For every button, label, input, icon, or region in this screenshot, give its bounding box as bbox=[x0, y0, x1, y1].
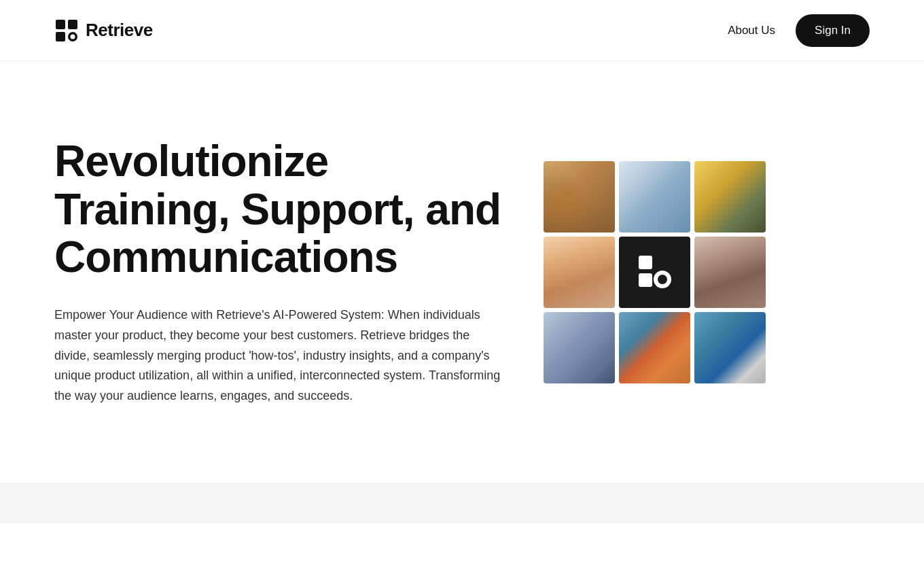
grid-cell-engineer bbox=[694, 312, 766, 383]
grid-cell-woman-smile bbox=[544, 237, 615, 308]
svg-point-4 bbox=[71, 34, 75, 39]
logo-icon bbox=[54, 18, 79, 43]
hero-section: Revolutionize Training, Support, and Com… bbox=[0, 61, 924, 483]
grid-cell-tablet bbox=[619, 161, 690, 233]
svg-point-8 bbox=[658, 275, 667, 284]
svg-rect-5 bbox=[639, 256, 652, 269]
grid-cell-laptop-yellow bbox=[694, 161, 766, 233]
svg-rect-2 bbox=[68, 20, 77, 29]
grid-cell-lab bbox=[544, 312, 615, 383]
hero-description: Empower Your Audience with Retrieve's AI… bbox=[54, 305, 503, 406]
hero-image-grid bbox=[544, 161, 766, 383]
about-us-link[interactable]: About Us bbox=[728, 24, 775, 37]
main-nav: About Us Sign In bbox=[728, 14, 870, 47]
grid-cell-tools bbox=[544, 161, 615, 233]
grid-cell-man-phone bbox=[694, 237, 766, 308]
svg-rect-6 bbox=[639, 273, 652, 287]
retrieve-center-logo bbox=[637, 254, 673, 290]
svg-rect-0 bbox=[56, 20, 65, 29]
grid-cell-workers bbox=[619, 312, 690, 383]
site-header: Retrieve About Us Sign In bbox=[0, 0, 924, 61]
grid-cell-logo bbox=[619, 237, 690, 308]
hero-content: Revolutionize Training, Support, and Com… bbox=[54, 137, 503, 407]
hero-title: Revolutionize Training, Support, and Com… bbox=[54, 137, 503, 281]
bottom-bar bbox=[0, 483, 924, 523]
sign-in-button[interactable]: Sign In bbox=[796, 14, 870, 47]
svg-rect-1 bbox=[56, 32, 65, 41]
logo-link[interactable]: Retrieve bbox=[54, 18, 153, 43]
logo-text: Retrieve bbox=[86, 20, 153, 41]
